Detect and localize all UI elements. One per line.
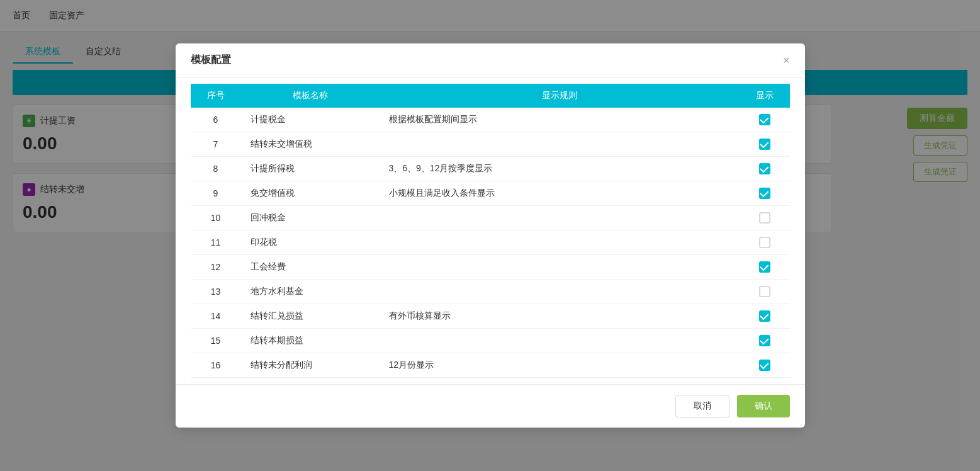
table-row: 12工会经费 — [191, 255, 790, 280]
cell-name: 结转未分配利润 — [241, 353, 380, 378]
checkbox-12[interactable] — [759, 261, 770, 273]
cell-index: 15 — [191, 329, 241, 353]
cell-index: 11 — [191, 230, 241, 255]
cell-index: 12 — [191, 255, 241, 280]
cancel-button[interactable]: 取消 — [675, 395, 729, 417]
table-row: 10回冲税金 — [191, 206, 790, 230]
checkbox-11[interactable] — [759, 237, 770, 248]
cell-rule — [380, 230, 740, 255]
checkbox-7[interactable] — [759, 139, 770, 150]
cell-name: 计提税金 — [241, 108, 380, 132]
checkbox-9[interactable] — [759, 188, 770, 199]
checkbox-16[interactable] — [759, 360, 770, 371]
cell-name: 免交增值税 — [241, 181, 380, 206]
cell-index: 14 — [191, 304, 241, 329]
cell-rule: 3、6、9、12月按季度显示 — [380, 157, 740, 181]
th-index: 序号 — [191, 84, 241, 108]
table-row: 14结转汇兑损益有外币核算显示 — [191, 304, 790, 329]
modal-template-config: 模板配置 × 序号 模板名称 显示规则 显示 6计提税金根据模板配置期间显示7结… — [176, 43, 805, 428]
cell-index: 7 — [191, 132, 241, 157]
cell-rule: 小规模且满足收入条件显示 — [380, 181, 740, 206]
table-row: 15结转本期损益 — [191, 329, 790, 353]
cell-name: 地方水利基金 — [241, 280, 380, 304]
cell-name: 结转汇兑损益 — [241, 304, 380, 329]
table-row: 16结转未分配利润12月份显示 — [191, 353, 790, 378]
cell-name: 结转本期损益 — [241, 329, 380, 353]
table-row: 8计提所得税3、6、9、12月按季度显示 — [191, 157, 790, 181]
table-row: 13地方水利基金 — [191, 280, 790, 304]
th-show: 显示 — [740, 84, 790, 108]
cell-index: 10 — [191, 206, 241, 230]
cell-name: 印花税 — [241, 230, 380, 255]
checkbox-14[interactable] — [759, 310, 770, 322]
cell-checkbox[interactable] — [740, 132, 790, 157]
cell-index: 8 — [191, 157, 241, 181]
cell-name: 结转未交增值税 — [241, 132, 380, 157]
cell-rule — [380, 280, 740, 304]
table-header-row: 序号 模板名称 显示规则 显示 — [191, 84, 790, 108]
th-rule: 显示规则 — [380, 84, 740, 108]
cell-rule — [380, 206, 740, 230]
checkbox-15[interactable] — [759, 335, 770, 346]
cell-index: 6 — [191, 108, 241, 132]
cell-index: 13 — [191, 280, 241, 304]
cell-checkbox[interactable] — [740, 230, 790, 255]
cell-rule: 根据模板配置期间显示 — [380, 108, 740, 132]
table-row: 11印花税 — [191, 230, 790, 255]
cell-checkbox[interactable] — [740, 255, 790, 280]
modal-body: 序号 模板名称 显示规则 显示 6计提税金根据模板配置期间显示7结转未交增值税8… — [176, 77, 805, 384]
cell-rule: 有外币核算显示 — [380, 304, 740, 329]
cell-name: 计提所得税 — [241, 157, 380, 181]
confirm-button[interactable]: 确认 — [737, 395, 790, 417]
checkbox-8[interactable] — [759, 163, 770, 174]
modal-header: 模板配置 × — [176, 43, 805, 77]
cell-index: 16 — [191, 353, 241, 378]
modal-title: 模板配置 — [191, 54, 231, 67]
cell-checkbox[interactable] — [740, 157, 790, 181]
cell-rule — [380, 329, 740, 353]
cell-name: 回冲税金 — [241, 206, 380, 230]
table-body: 6计提税金根据模板配置期间显示7结转未交增值税8计提所得税3、6、9、12月按季… — [191, 108, 790, 378]
cell-checkbox[interactable] — [740, 304, 790, 329]
config-table: 序号 模板名称 显示规则 显示 6计提税金根据模板配置期间显示7结转未交增值税8… — [191, 84, 790, 378]
modal-close-button[interactable]: × — [783, 55, 790, 66]
cell-checkbox[interactable] — [740, 353, 790, 378]
cell-index: 9 — [191, 181, 241, 206]
modal-footer: 取消 确认 — [176, 384, 805, 428]
cell-checkbox[interactable] — [740, 329, 790, 353]
cell-rule — [380, 255, 740, 280]
table-row: 6计提税金根据模板配置期间显示 — [191, 108, 790, 132]
cell-checkbox[interactable] — [740, 206, 790, 230]
cell-checkbox[interactable] — [740, 181, 790, 206]
checkbox-10[interactable] — [759, 212, 770, 224]
cell-checkbox[interactable] — [740, 280, 790, 304]
th-name: 模板名称 — [241, 84, 380, 108]
cell-rule: 12月份显示 — [380, 353, 740, 378]
cell-rule — [380, 132, 740, 157]
table-row: 7结转未交增值税 — [191, 132, 790, 157]
modal-overlay: 模板配置 × 序号 模板名称 显示规则 显示 6计提税金根据模板配置期间显示7结… — [0, 0, 980, 471]
cell-checkbox[interactable] — [740, 108, 790, 132]
cell-name: 工会经费 — [241, 255, 380, 280]
checkbox-13[interactable] — [759, 286, 770, 297]
checkbox-6[interactable] — [759, 114, 770, 125]
table-row: 9免交增值税小规模且满足收入条件显示 — [191, 181, 790, 206]
